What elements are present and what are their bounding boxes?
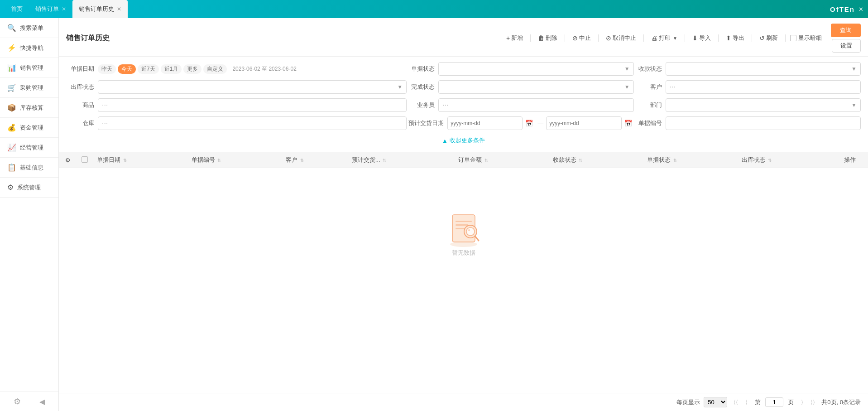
- sidebar-item-sys-mgmt[interactable]: ⚙ 系统管理: [0, 178, 58, 198]
- search-menu-icon: 🔍: [7, 24, 16, 32]
- empty-text: 暂无数据: [452, 249, 475, 257]
- set-button[interactable]: 设置: [832, 39, 861, 53]
- calendar-start-icon[interactable]: 📅: [525, 120, 533, 127]
- chip-custom[interactable]: 自定义: [203, 64, 227, 74]
- th-order-status[interactable]: 单据状态 ⇅: [643, 152, 737, 168]
- first-page-btn[interactable]: ⟨⟨: [731, 398, 741, 406]
- order-status-label: 单据状态: [407, 65, 438, 73]
- th-payment-status[interactable]: 收款状态 ⇅: [548, 152, 643, 168]
- order-number-input[interactable]: [666, 116, 861, 130]
- next-page-btn[interactable]: ⟩: [798, 398, 806, 406]
- header-checkbox[interactable]: [82, 156, 88, 163]
- collapse-up-icon: ▲: [442, 137, 448, 144]
- tab-home[interactable]: 首页: [5, 0, 29, 18]
- th-expected-date[interactable]: 预计交货... ⇅: [347, 152, 454, 168]
- cancel-stop-icon: ⊘: [606, 34, 611, 42]
- delete-button[interactable]: 🗑 删除: [535, 32, 560, 44]
- product-input[interactable]: ···: [98, 98, 407, 112]
- divider-8: [785, 34, 786, 42]
- export-button[interactable]: ⬆ 导出: [723, 32, 747, 44]
- brand-text: OfTEn: [830, 5, 855, 13]
- empty-row: 暂无数据: [59, 168, 868, 297]
- th-customer[interactable]: 客户 ⇅: [281, 152, 347, 168]
- divider-6: [718, 34, 719, 42]
- th-delivery-status[interactable]: 出库状态 ⇅: [737, 152, 832, 168]
- completion-status-select[interactable]: ▼: [438, 80, 633, 94]
- calendar-end-icon[interactable]: 📅: [624, 120, 632, 127]
- th-number-sort-icon: ⇅: [217, 158, 221, 163]
- sidebar-item-search-menu[interactable]: 🔍 搜索菜单: [0, 18, 58, 38]
- salesman-ellipsis[interactable]: ···: [442, 101, 448, 109]
- order-status-select[interactable]: ▼: [438, 62, 633, 76]
- expected-date-end[interactable]: [546, 116, 621, 130]
- divider-7: [752, 34, 752, 42]
- sidebar-item-quick-nav-label: 快捷导航: [20, 44, 43, 52]
- payment-status-select[interactable]: ▼: [666, 62, 861, 76]
- print-button[interactable]: 🖨 打印 ▼: [648, 32, 680, 44]
- divider-4: [643, 34, 644, 42]
- chip-7days[interactable]: 近7天: [138, 64, 159, 74]
- dept-select[interactable]: ▼: [666, 98, 861, 112]
- print-icon: 🖨: [651, 34, 657, 42]
- sidebar-item-purchase-mgmt[interactable]: 🛒 采购管理: [0, 78, 58, 98]
- chip-today[interactable]: 今天: [118, 64, 136, 74]
- collapse-row[interactable]: ▲ 收起更多条件: [66, 135, 861, 146]
- sidebar-item-quick-nav[interactable]: ⚡ 快捷导航: [0, 38, 58, 58]
- page-label-before: 第: [752, 397, 763, 407]
- tab-sales-history[interactable]: 销售订单历史 ✕: [72, 0, 128, 18]
- th-expected-date-label: 预计交货...: [352, 156, 380, 163]
- customer-input[interactable]: ···: [666, 80, 861, 94]
- sidebar-collapse-icon[interactable]: ◀: [39, 397, 45, 406]
- tab-sales-history-close[interactable]: ✕: [117, 6, 121, 12]
- salesman-input[interactable]: ···: [438, 98, 633, 112]
- tab-sales-order[interactable]: 销售订单 ✕: [29, 0, 72, 18]
- date-label: 单据日期: [66, 65, 98, 73]
- th-gear[interactable]: ⚙: [59, 152, 77, 168]
- chip-1month[interactable]: 近1月: [161, 64, 182, 74]
- svg-point-0: [450, 242, 477, 247]
- display-columns-toggle[interactable]: 显示暗细: [790, 34, 822, 42]
- total-text: 共0页, 0条记录: [821, 398, 861, 406]
- warehouse-ellipsis[interactable]: ···: [102, 119, 108, 127]
- th-amount[interactable]: 订单金额 ⇅: [454, 152, 548, 168]
- filter-order-number-col: 单据编号: [634, 116, 861, 130]
- top-right: OfTEn ✕: [830, 5, 863, 13]
- product-ellipsis[interactable]: ···: [102, 101, 108, 109]
- display-columns-checkbox[interactable]: [790, 35, 796, 41]
- query-button[interactable]: 查询: [831, 24, 861, 37]
- sidebar-item-stock-calc[interactable]: 📦 库存核算: [0, 98, 58, 118]
- th-number[interactable]: 单据编号 ⇅: [187, 152, 282, 168]
- table-header-row: ⚙ 单据日期 ⇅ 单据编号 ⇅ 客户: [59, 152, 868, 168]
- sidebar-item-ops-mgmt[interactable]: 📈 经营管理: [0, 138, 58, 158]
- th-date[interactable]: 单据日期 ⇅: [92, 152, 187, 168]
- th-date-label: 单据日期: [97, 156, 120, 163]
- last-page-btn[interactable]: ⟩⟩: [808, 398, 818, 406]
- prev-page-btn[interactable]: ⟨: [743, 398, 750, 406]
- refresh-label: 刷新: [766, 34, 778, 42]
- new-button[interactable]: + 新增: [504, 32, 526, 44]
- sidebar-item-basic-info[interactable]: 📋 基础信息: [0, 158, 58, 178]
- window-close-icon[interactable]: ✕: [858, 6, 863, 13]
- filter-product-col: 商品 ···: [66, 98, 407, 112]
- delivery-status-select[interactable]: ▼: [98, 80, 407, 94]
- cancel-stop-button[interactable]: ⊘ 取消中止: [603, 32, 639, 44]
- import-button[interactable]: ⬇ 导入: [690, 32, 714, 44]
- sidebar-item-sales-mgmt[interactable]: 📊 销售管理: [0, 58, 58, 78]
- sidebar-item-fund-mgmt[interactable]: 💰 资金管理: [0, 118, 58, 138]
- expected-date-label: 预计交货日期: [407, 119, 447, 127]
- current-page-input[interactable]: [765, 397, 783, 407]
- th-checkbox[interactable]: [77, 152, 92, 168]
- expected-date-start[interactable]: [447, 116, 523, 130]
- sidebar-settings-icon[interactable]: ⚙: [14, 396, 21, 406]
- tab-sales-order-close[interactable]: ✕: [62, 6, 66, 12]
- warehouse-input[interactable]: ···: [98, 116, 407, 130]
- chip-more[interactable]: 更多: [183, 64, 201, 74]
- th-customer-sort-icon: ⇅: [300, 158, 304, 163]
- per-page-select[interactable]: 50 10 20 100: [704, 397, 727, 407]
- refresh-button[interactable]: ↺ 刷新: [757, 32, 781, 44]
- stop-button[interactable]: ⊘ 中止: [570, 32, 594, 44]
- top-bar: 首页 销售订单 ✕ 销售订单历史 ✕ OfTEn ✕: [0, 0, 868, 18]
- product-label: 商品: [66, 101, 98, 109]
- customer-ellipsis[interactable]: ···: [670, 83, 676, 91]
- chip-yesterday[interactable]: 昨天: [98, 64, 116, 74]
